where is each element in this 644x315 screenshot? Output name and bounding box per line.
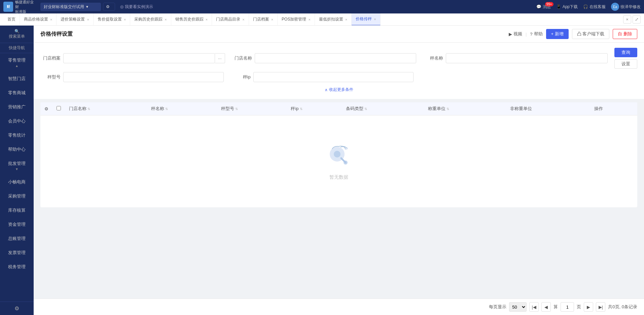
- th-store-name: 门店名称 ⇅: [65, 102, 147, 115]
- prev-page-button[interactable]: ◀: [541, 302, 551, 312]
- scale-model-input[interactable]: [63, 72, 224, 82]
- close-icon[interactable]: ×: [124, 18, 126, 22]
- chevron-down-icon: ▾: [86, 4, 88, 9]
- query-buttons: 查询 设置: [614, 48, 637, 69]
- settings-icon-btn[interactable]: ⚙: [103, 3, 115, 11]
- tab-min-discount[interactable]: 最低折扣设置 ×: [315, 13, 352, 26]
- th-scale-model: 秤型号 ⇅: [217, 102, 287, 115]
- close-icon[interactable]: ×: [87, 18, 89, 22]
- tab-pos-management[interactable]: POS加密管理 ×: [278, 13, 315, 26]
- close-icon[interactable]: ×: [345, 18, 347, 22]
- tab-purchase-history[interactable]: 采购历史价跟踪 ×: [130, 13, 171, 26]
- settings-button[interactable]: 设置: [614, 59, 637, 69]
- scale-name-input[interactable]: [446, 53, 608, 63]
- close-icon[interactable]: ×: [50, 18, 52, 22]
- th-non-weight-unit: 非称重单位: [506, 102, 590, 115]
- last-page-button[interactable]: ▶|: [596, 302, 605, 312]
- online-service-action[interactable]: 🎧 在线客服: [583, 4, 606, 10]
- sidebar-quick-nav[interactable]: 快捷导航: [0, 43, 34, 53]
- page-input[interactable]: [561, 302, 574, 312]
- page-suffix: 页: [577, 304, 581, 310]
- help-link[interactable]: ? 帮助: [530, 31, 542, 37]
- store-name-field: 门店名称: [232, 53, 417, 63]
- tab-expand-btn[interactable]: ⤢: [633, 15, 641, 24]
- table-area: ⚙ 门店名称 ⇅: [34, 99, 644, 299]
- add-button[interactable]: + 新增: [546, 29, 569, 39]
- delete-button[interactable]: 自 删除: [613, 29, 637, 39]
- close-icon[interactable]: ×: [242, 18, 244, 22]
- per-page-label: 每页显示: [489, 304, 506, 310]
- tab-home[interactable]: 首页: [3, 13, 20, 26]
- sidebar-item-retail[interactable]: 零售管理 ▲: [0, 53, 34, 72]
- sidebar-item-purchase[interactable]: 采购管理: [0, 189, 34, 203]
- logo-icon: 财: [3, 2, 13, 12]
- close-icon[interactable]: ×: [308, 18, 310, 22]
- sidebar-item-smart-store[interactable]: 智慧门店: [0, 72, 34, 86]
- tab-sale-history[interactable]: 销售历史价跟踪 ×: [171, 13, 212, 26]
- svg-point-2: [334, 151, 341, 158]
- messages-badge: 99+: [545, 2, 553, 6]
- tab-store-file[interactable]: 门店档案 ×: [249, 13, 278, 26]
- sidebar-item-retail-mall[interactable]: 零售商城: [0, 86, 34, 100]
- sidebar-item-wholesale[interactable]: 批发管理 ▼: [0, 156, 34, 175]
- sort-scale-name[interactable]: 秤名称 ⇅: [151, 106, 213, 112]
- demo-link[interactable]: ◎ 我要看实例演示: [120, 4, 153, 10]
- th-operation: 操作: [590, 102, 637, 115]
- messages-action[interactable]: 💬 消息 99+: [536, 4, 551, 10]
- sort-scale-ip[interactable]: 秤ip ⇅: [291, 106, 337, 112]
- help-icon: ?: [530, 32, 532, 37]
- sidebar-item-finance[interactable]: 资金管理: [0, 217, 34, 232]
- table-body: ~ ~ 暂无数据: [40, 115, 637, 208]
- version-selector[interactable]: 好业财标准版交付试用 ▾: [40, 3, 101, 11]
- sidebar-item-retail-stats[interactable]: 零售统计: [0, 128, 34, 142]
- close-icon[interactable]: ×: [206, 18, 208, 22]
- close-icon[interactable]: ×: [165, 18, 167, 22]
- sidebar-item-tax[interactable]: 税务管理: [0, 260, 34, 274]
- sidebar-item-member[interactable]: 会员中心: [0, 114, 34, 128]
- gear-icon[interactable]: ⚙: [44, 106, 48, 111]
- sidebar-item-inventory[interactable]: 库存核算: [0, 203, 34, 217]
- sort-scale-model[interactable]: 秤型号 ⇅: [221, 106, 283, 112]
- table-header-row: ⚙ 门店名称 ⇅: [40, 102, 637, 115]
- settings-icon[interactable]: ⚙: [0, 305, 34, 312]
- select-all-checkbox[interactable]: [57, 106, 61, 110]
- download-button[interactable]: 凸 客户端下载: [572, 29, 610, 39]
- sidebar-item-ledger[interactable]: 总账管理: [0, 232, 34, 246]
- store-name-input[interactable]: [255, 53, 417, 63]
- th-check: [52, 102, 65, 115]
- tab-purchase-strategy[interactable]: 进价策略设置 ×: [57, 13, 93, 26]
- store-file-input[interactable]: [63, 53, 215, 63]
- sort-barcode-type[interactable]: 条码类型 ⇅: [346, 106, 420, 112]
- app-download-action[interactable]: 📱 App下载: [556, 4, 578, 10]
- tab-price-setting[interactable]: 商品价格设置 ×: [20, 13, 57, 26]
- top-bar: 财 畅捷通好业财 标准版 好业财标准版交付试用 ▾ ⚙ ◎ 我要看实例演示 💬 …: [0, 0, 644, 13]
- sort-store-name[interactable]: 门店名称 ⇅: [69, 106, 143, 112]
- user-info[interactable]: Ea 徐泽华修改: [611, 3, 641, 11]
- collapse-button[interactable]: ∧ 收起更多条件: [325, 87, 353, 93]
- per-page-select[interactable]: 20 50 100: [509, 302, 527, 312]
- tab-price-scale[interactable]: 价格传秤 ×: [352, 13, 380, 26]
- ellipsis-button[interactable]: ···: [215, 53, 225, 63]
- tab-store-catalog[interactable]: 门店商品目录 ×: [212, 13, 249, 26]
- first-page-button[interactable]: |◀: [529, 302, 539, 312]
- scale-ip-input[interactable]: [253, 72, 414, 82]
- sidebar-search[interactable]: 🔍 搜索菜单: [0, 26, 34, 43]
- play-icon: ◎: [120, 4, 123, 9]
- page-title: 价格传秤设置: [40, 31, 73, 38]
- sidebar-item-invoice[interactable]: 发票管理: [0, 246, 34, 260]
- page-header: 价格传秤设置 ▶ 视频 | ? 帮助 + 新增 凸 客户端下载: [34, 26, 644, 43]
- video-link[interactable]: ▶ 视频: [509, 31, 522, 37]
- close-icon[interactable]: ×: [271, 18, 273, 22]
- top-actions: 💬 消息 99+ 📱 App下载 🎧 在线客服 Ea 徐泽华修改: [536, 3, 641, 11]
- scale-model-label: 秤型号: [40, 74, 61, 80]
- sidebar-item-marketing[interactable]: 营销推广: [0, 100, 34, 114]
- scale-model-field: 秤型号: [40, 72, 224, 82]
- sidebar-item-help[interactable]: 帮助中心: [0, 142, 34, 156]
- next-page-button[interactable]: ▶: [584, 302, 593, 312]
- tab-sale-extract[interactable]: 售价提取设置 ×: [94, 13, 130, 26]
- tab-close-btn[interactable]: ×: [623, 15, 631, 24]
- sort-weight-unit[interactable]: 称重单位 ⇅: [428, 106, 502, 112]
- close-icon[interactable]: ×: [374, 17, 376, 21]
- query-button[interactable]: 查询: [614, 48, 637, 57]
- sidebar-item-ecommerce[interactable]: 小畅电商: [0, 175, 34, 189]
